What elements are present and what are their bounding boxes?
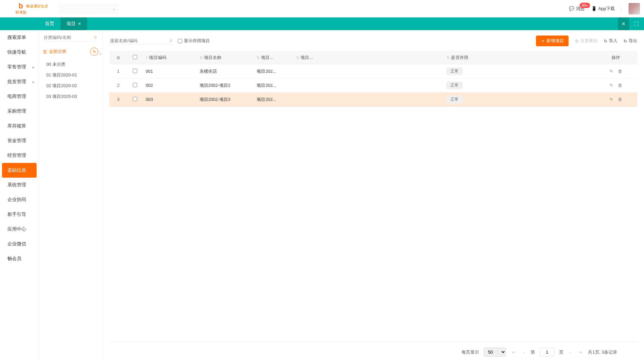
- sidebar-item[interactable]: 批发管理: [0, 74, 39, 89]
- message-badge: 99+: [580, 3, 590, 8]
- row-status: 正常: [444, 64, 594, 78]
- delete-icon[interactable]: 🗑: [618, 69, 622, 74]
- col-name[interactable]: 项目名称: [197, 51, 254, 64]
- message-button[interactable]: 💬 消息 99+: [569, 6, 585, 12]
- import-button[interactable]: ↻ 导入: [604, 38, 618, 44]
- export-icon: ↻: [624, 39, 627, 44]
- search-icon[interactable]: ⌕: [94, 34, 97, 39]
- expand-icon: ⛶: [634, 21, 639, 26]
- row-checkbox[interactable]: [133, 83, 137, 87]
- row-name: 东楼街店: [197, 64, 254, 78]
- category-panel: ⌕ ☰ 全部分类 ✎ 00 未分类01 项目2020-0102 项目2020-0…: [39, 30, 103, 362]
- last-page-button[interactable]: ⇥: [577, 350, 583, 355]
- search-box: ⌕: [109, 37, 173, 45]
- sidebar-item[interactable]: 企业微信: [0, 237, 39, 251]
- sidebar-item[interactable]: 企业协同: [0, 192, 39, 207]
- avatar[interactable]: [629, 3, 640, 14]
- row-name: 项目2002-项目3: [197, 93, 254, 107]
- close-icon: ✕: [622, 21, 626, 26]
- add-project-button[interactable]: ＋ 新增项目: [536, 36, 569, 46]
- export-button[interactable]: ↻ 导出: [624, 38, 637, 44]
- col-t1[interactable]: 项目...: [254, 51, 293, 64]
- sidebar-item[interactable]: 搜索菜单: [0, 30, 39, 45]
- sidebar-item[interactable]: 资金管理: [0, 133, 39, 148]
- close-icon[interactable]: ✕: [78, 21, 81, 26]
- collapse-panel-button[interactable]: «: [98, 47, 103, 60]
- category-item[interactable]: 00 未分类: [39, 59, 102, 70]
- search-input[interactable]: [109, 37, 173, 45]
- sidebar-item[interactable]: 畅会员: [0, 251, 39, 266]
- category-item[interactable]: 02 项目2020-02: [39, 80, 102, 91]
- category-search-input[interactable]: [43, 34, 98, 42]
- app-download-label: App下载: [598, 6, 615, 12]
- tab-bar: 首页 项目 ✕ ✕ ⛶: [0, 17, 644, 30]
- delete-icon[interactable]: 🗑: [618, 83, 622, 88]
- sidebar: 搜索菜单快捷导航零售管理批发管理电商管理采购管理库存核算资金管理经营管理基础信息…: [0, 30, 39, 362]
- row-index: 3: [109, 93, 127, 107]
- search-icon[interactable]: ⌕: [170, 38, 172, 43]
- per-page-label: 每页显示: [462, 349, 479, 355]
- import-label: 导入: [609, 38, 618, 44]
- col-stop[interactable]: 是否停用: [444, 51, 594, 64]
- table-row[interactable]: 3003项目2002-项目3项目202...正常✎🗑: [109, 93, 637, 107]
- sidebar-item[interactable]: 系统管理: [0, 178, 39, 192]
- tab-home-label: 首页: [45, 21, 54, 27]
- plus-icon: ＋: [541, 38, 545, 44]
- row-code: 002: [143, 78, 197, 93]
- category-all[interactable]: ☰ 全部分类 ✎: [39, 45, 102, 58]
- col-t2[interactable]: 项目...: [293, 51, 444, 64]
- sidebar-item[interactable]: 快捷导航: [0, 45, 39, 60]
- sidebar-item[interactable]: 经营管理: [0, 148, 39, 163]
- company-selector[interactable]: ⌄: [58, 4, 119, 14]
- tab-home[interactable]: 首页: [39, 17, 60, 30]
- category-item[interactable]: 01 项目2020-01: [39, 70, 102, 80]
- edit-icon[interactable]: ✎: [609, 97, 613, 102]
- category-search: ⌕: [39, 30, 102, 45]
- phone-icon: 📱: [591, 6, 597, 11]
- sidebar-item[interactable]: 零售管理: [0, 60, 39, 74]
- header-right: 💬 消息 99+ 📱 App下载: [569, 3, 640, 14]
- sidebar-item[interactable]: 电商管理: [0, 89, 39, 104]
- gear-icon[interactable]: ⚙: [116, 55, 120, 60]
- close-all-tabs[interactable]: ✕: [618, 17, 629, 30]
- show-disabled-input[interactable]: [178, 39, 182, 43]
- per-page-select[interactable]: 50: [484, 348, 506, 357]
- show-disabled-checkbox[interactable]: 显示停用项目: [178, 38, 210, 44]
- col-code[interactable]: 项目编码: [143, 51, 197, 64]
- project-table: ⚙ 项目编码 项目名称 项目... 项目... 是否停用 操作 1001东楼街店…: [109, 51, 637, 107]
- table-row[interactable]: 2002项目2002-项目2项目202...正常✎🗑: [109, 78, 637, 93]
- batch-delete-label: 批量删除: [580, 38, 598, 44]
- sidebar-item[interactable]: 库存核算: [0, 119, 39, 133]
- tab-project-label: 项目: [66, 21, 76, 27]
- table-row[interactable]: 1001东楼街店项目202...正常✎🗑: [109, 64, 637, 78]
- delete-icon[interactable]: 🗑: [618, 97, 622, 102]
- batch-delete-button: 🗑 批量删除: [575, 38, 598, 44]
- divider: [622, 5, 622, 12]
- sidebar-item[interactable]: 应用中心: [0, 222, 39, 237]
- page-input[interactable]: [540, 348, 554, 356]
- edit-icon[interactable]: ✎: [609, 83, 613, 88]
- prev-page-button[interactable]: ‹: [522, 350, 526, 355]
- first-page-button[interactable]: ⇤: [511, 350, 517, 355]
- row-checkbox[interactable]: [133, 97, 137, 101]
- row-code: 001: [143, 64, 197, 78]
- sidebar-item[interactable]: 基础信息: [2, 163, 37, 178]
- page-summary: 共1页, 3条记录: [588, 349, 617, 355]
- category-item[interactable]: 03 项目2020-03: [39, 91, 102, 102]
- sidebar-item[interactable]: 新手引导: [0, 207, 39, 222]
- row-checkbox[interactable]: [133, 69, 137, 73]
- sidebar-item[interactable]: 采购管理: [0, 104, 39, 119]
- top-header: b 标准版 畅捷通好生意 ⌄ 💬 消息 99+ 📱 App下载: [0, 0, 644, 17]
- fullscreen-button[interactable]: ⛶: [631, 17, 641, 30]
- import-icon: ↻: [604, 39, 607, 44]
- edit-category-button[interactable]: ✎: [90, 48, 98, 56]
- edit-icon[interactable]: ✎: [609, 69, 613, 74]
- brand-small: 畅捷通好生意: [26, 4, 48, 9]
- add-project-label: 新增项目: [546, 38, 564, 44]
- tab-project[interactable]: 项目 ✕: [60, 17, 87, 30]
- app-download-button[interactable]: 📱 App下载: [591, 6, 615, 12]
- row-t2: [293, 64, 444, 78]
- table-container: ⚙ 项目编码 项目名称 项目... 项目... 是否停用 操作 1001东楼街店…: [109, 51, 637, 342]
- select-all-checkbox[interactable]: [133, 55, 137, 59]
- next-page-button[interactable]: ›: [568, 350, 572, 355]
